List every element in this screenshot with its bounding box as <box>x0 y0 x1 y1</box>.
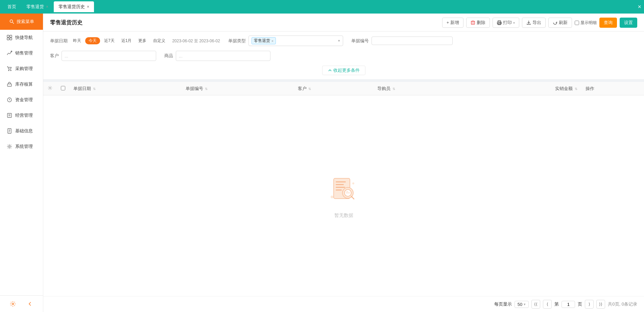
first-page-button[interactable]: ⟨⟨ <box>531 300 540 309</box>
sidebar-item-purchase-label: 采购管理 <box>15 66 33 72</box>
empty-state: 暂无数据 <box>43 95 644 296</box>
tab-retail-return-history[interactable]: 零售退货历史 × <box>54 1 94 12</box>
customer-filter: 客户 ... <box>50 51 156 61</box>
operations-icon <box>6 112 13 118</box>
tab-retail-return[interactable]: 零售退货 × <box>22 1 53 12</box>
date-filter: 单据日期 昨天 今天 近7天 近1月 更多 自定义 2023-06-02 至 2… <box>50 37 220 44</box>
goods-label: 商品 <box>164 53 173 59</box>
date-btn-yesterday[interactable]: 昨天 <box>70 37 84 44</box>
sidebar-item-finance-label: 资金管理 <box>15 97 33 103</box>
page-prefix-label: 第 <box>554 301 559 307</box>
voucher-type-filter: 单据类型 零售退货 × ▾ <box>228 36 343 46</box>
per-page-label: 每页显示 <box>494 301 512 307</box>
sidebar-item-inventory[interactable]: 库存核算 <box>0 76 43 92</box>
purchase-icon <box>6 66 13 72</box>
show-detail-label: 显示明细 <box>580 20 597 26</box>
system-icon <box>6 143 13 150</box>
date-options-group: 昨天 今天 近7天 近1月 更多 自定义 <box>70 37 168 44</box>
export-button[interactable]: 导出 <box>522 18 546 28</box>
top-bar: 首页 零售退货 × 零售退货历史 × × <box>0 0 644 14</box>
settings-button[interactable]: 设置 <box>620 18 637 28</box>
print-arrow-icon: ▾ <box>513 21 515 25</box>
th-customer-sort-icon[interactable]: ⇅ <box>308 87 311 91</box>
total-info: 共0页, 0条记录 <box>608 301 637 307</box>
customer-select[interactable]: ... <box>62 51 156 61</box>
tab-retail-return-close[interactable]: × <box>46 4 48 9</box>
filter-row-1: 单据日期 昨天 今天 近7天 近1月 更多 自定义 2023-06-02 至 2… <box>50 36 637 47</box>
page-title: 零售退货历史 <box>50 19 82 26</box>
page-title-row: 零售退货历史 + 新增 删除 打印 ▾ 导出 <box>50 18 637 28</box>
date-btn-custom[interactable]: 自定义 <box>150 37 168 44</box>
th-date-sort-icon[interactable]: ⇅ <box>93 87 96 91</box>
svg-rect-20 <box>471 21 475 24</box>
svg-rect-9 <box>7 84 11 86</box>
finance-icon <box>6 97 13 103</box>
th-amount-label: 实销金额 <box>555 86 573 91</box>
tab-retail-return-label: 零售退货 <box>26 4 44 10</box>
refresh-button[interactable]: 刷新 <box>548 18 572 28</box>
date-btn-7days[interactable]: 近7天 <box>101 37 117 44</box>
sidebar-item-system-mgmt[interactable]: 系统管理 <box>0 139 43 154</box>
main-layout: 搜索菜单 快捷导航 销售管理 采购管理 库存核算 <box>0 14 644 312</box>
show-detail-checkbox[interactable] <box>575 21 579 25</box>
sidebar-item-purchase-mgmt[interactable]: 采购管理 <box>0 61 43 76</box>
pagination-bar: 每页显示 50 ▾ ⟨⟨ ⟨ 第 1 页 ⟩ ⟩⟩ 共0页, 0条记录 <box>43 296 644 312</box>
th-customer-label: 客户 <box>298 86 307 91</box>
svg-rect-2 <box>7 35 9 37</box>
new-button[interactable]: + 新增 <box>442 18 463 28</box>
settings-bottom-icon[interactable] <box>9 300 17 308</box>
th-guide-sort-icon[interactable]: ⇅ <box>392 87 395 91</box>
per-page-arrow-icon: ▾ <box>524 302 526 307</box>
th-no-sort-icon[interactable]: ⇅ <box>205 87 208 91</box>
sidebar-item-basic-info[interactable]: 基础信息 <box>0 123 43 139</box>
voucher-type-select[interactable]: 零售退货 × ▾ <box>248 36 343 46</box>
sidebar-item-sales-mgmt[interactable]: 销售管理 <box>0 45 43 61</box>
table-settings-icon[interactable] <box>47 85 53 91</box>
th-date: 单据日期 ⇅ <box>69 82 182 95</box>
svg-point-8 <box>10 70 11 71</box>
svg-point-19 <box>12 303 14 305</box>
date-btn-today[interactable]: 今天 <box>85 37 100 44</box>
collapse-filter-button[interactable]: 收起更多条件 <box>322 66 365 75</box>
filter-row-2: 客户 ... 商品 ... <box>50 51 637 62</box>
sidebar-item-finance[interactable]: 资金管理 <box>0 92 43 108</box>
tab-home[interactable]: 首页 <box>3 1 21 12</box>
voucher-type-tag-close[interactable]: × <box>271 39 273 43</box>
date-btn-more[interactable]: 更多 <box>136 37 149 44</box>
collapse-sidebar-icon[interactable] <box>26 300 34 308</box>
print-button[interactable]: 打印 ▾ <box>493 18 519 28</box>
th-amount-sort-icon[interactable]: ⇅ <box>575 87 577 91</box>
delete-button[interactable]: 删除 <box>466 18 490 28</box>
last-page-button[interactable]: ⟩⟩ <box>596 300 605 309</box>
goods-select[interactable]: ... <box>176 51 270 61</box>
sidebar-item-operations[interactable]: 经营管理 <box>0 108 43 123</box>
window-close-button[interactable]: × <box>638 3 641 10</box>
sidebar-item-basic-info-label: 基础信息 <box>15 128 33 134</box>
tab-retail-return-history-close[interactable]: × <box>87 4 89 9</box>
prev-page-button[interactable]: ⟨ <box>543 300 552 309</box>
next-page-button[interactable]: ⟩ <box>585 300 594 309</box>
toolbar: + 新增 删除 打印 ▾ 导出 <box>442 18 637 28</box>
query-button[interactable]: 查询 <box>599 18 617 28</box>
th-ops: 操作 <box>581 82 644 95</box>
table-area: 单据日期 ⇅ 单据编号 ⇅ 客户 ⇅ 导购员 ⇅ <box>43 82 644 296</box>
sidebar-search[interactable]: 搜索菜单 <box>0 14 43 30</box>
svg-line-35 <box>351 196 354 199</box>
svg-rect-3 <box>10 35 12 37</box>
show-detail-checkbox-label[interactable]: 显示明细 <box>575 20 597 26</box>
page-unit-label: 页 <box>578 301 582 307</box>
th-guide-label: 导购员 <box>377 86 390 91</box>
sidebar-item-quick-nav[interactable]: 快捷导航 <box>0 30 43 45</box>
basic-info-icon <box>6 128 13 134</box>
voucher-no-input[interactable] <box>372 37 453 45</box>
date-btn-1month[interactable]: 近1月 <box>119 37 135 44</box>
page-number-input[interactable]: 1 <box>562 301 575 308</box>
select-all-checkbox[interactable] <box>61 86 65 90</box>
date-label: 单据日期 <box>50 38 68 44</box>
th-no: 单据编号 ⇅ <box>182 82 294 95</box>
per-page-select[interactable]: 50 ▾ <box>515 301 529 308</box>
th-guide: 导购员 ⇅ <box>373 82 469 95</box>
tab-retail-return-history-label: 零售退货历史 <box>58 4 85 10</box>
print-label: 打印 <box>503 20 512 26</box>
data-table: 单据日期 ⇅ 单据编号 ⇅ 客户 ⇅ 导购员 ⇅ <box>43 82 644 95</box>
